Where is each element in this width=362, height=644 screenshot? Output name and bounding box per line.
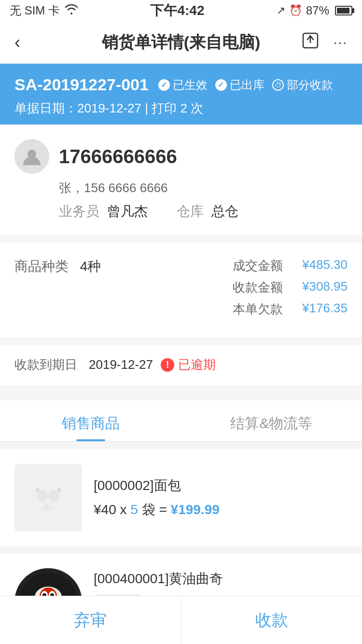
collect-button[interactable]: 收款	[181, 596, 362, 644]
header-top: SA-20191227-001 ✓ 已生效 ✓ 已出库 ⏱ 部分收款	[14, 75, 348, 94]
back-button[interactable]: ‹	[14, 32, 43, 53]
customer-contact: 张，156 6666 6666	[14, 180, 348, 196]
bottom-bar: 弃审 收款	[0, 596, 362, 644]
customer-meta: 业务员 曾凡杰 仓库 总仓	[14, 202, 348, 221]
tab-settlement-label: 结算&物流等	[230, 415, 312, 431]
sales-person: 曾凡杰	[107, 204, 148, 219]
due-section: 收款到期日 2019-12-27 ! 已逾期	[0, 345, 362, 385]
sales-info: 业务员 曾凡杰	[59, 202, 148, 221]
customer-name: 17666666666	[59, 146, 177, 168]
stats-right: 成交金额 ¥485.30 收款金额 ¥308.95 本单欠款 ¥176.35	[233, 257, 348, 322]
status-bar: 无 SIM 卡 下午4:42 ↗ ⏰ 87%	[0, 0, 362, 21]
trade-value: ¥485.30	[302, 257, 348, 274]
avatar	[14, 139, 49, 174]
battery-text: 87%	[306, 4, 329, 17]
svg-text:品+: 品+	[43, 503, 54, 511]
overdue-icon: !	[161, 358, 174, 372]
share-icon[interactable]	[302, 32, 319, 53]
overdue-text: 已逾期	[178, 356, 216, 373]
status-badge-active: ✓ 已生效	[158, 77, 208, 93]
received-amount-row: 收款金额 ¥308.95	[233, 279, 348, 296]
page-title: 销货单详情(来自电脑)	[102, 31, 261, 54]
owe-label: 本单欠款	[233, 301, 283, 318]
product-info-1: [0000002]面包 ¥40 x 5 袋 = ¥199.99	[94, 476, 348, 519]
due-date-value: 2019-12-27	[89, 357, 153, 372]
product-price-1: ¥40 x 5 袋 = ¥199.99	[94, 501, 348, 519]
customer-top: 17666666666	[14, 139, 348, 174]
product-code-1: [0000002]面包	[94, 476, 348, 495]
collect-label: 收款	[255, 609, 288, 631]
price-total-1: ¥199.99	[171, 502, 220, 517]
check-icon-2: ✓	[215, 79, 227, 91]
more-icon[interactable]: ···	[334, 35, 348, 50]
header-date: 单据日期：2019-12-27 | 打印 2 次	[14, 100, 348, 117]
stats-row: 商品种类 4种 成交金额 ¥485.30 收款金额 ¥308.95 本单欠款 ¥…	[14, 257, 348, 322]
abandon-label: 弃审	[74, 609, 107, 631]
customer-section: 17666666666 张，156 6666 6666 业务员 曾凡杰 仓库 总…	[0, 125, 362, 235]
battery-icon	[335, 6, 352, 15]
clock-icon: ⏱	[272, 79, 284, 91]
svg-point-4	[36, 488, 40, 492]
tabs-section: 销售商品 结算&物流等	[0, 400, 362, 442]
status-time: 下午4:42	[150, 1, 204, 20]
stats-left: 商品种类 4种	[14, 257, 101, 276]
svg-point-5	[57, 488, 61, 492]
due-label: 收款到期日	[14, 356, 77, 373]
tabs-row: 销售商品 结算&物流等	[0, 400, 362, 441]
sales-label: 业务员	[59, 204, 99, 219]
abandon-button[interactable]: 弃审	[0, 596, 181, 644]
overdue-badge: ! 已逾期	[161, 356, 216, 373]
order-id: SA-20191227-001	[14, 75, 149, 94]
check-icon-1: ✓	[158, 79, 170, 91]
svg-point-2	[37, 490, 48, 501]
owe-amount-row: 本单欠款 ¥176.35	[233, 301, 348, 318]
price-unit-1: 袋	[142, 502, 155, 517]
price-eq-1: =	[159, 502, 170, 517]
owe-value: ¥176.35	[302, 301, 348, 318]
stats-section: 商品种类 4种 成交金额 ¥485.30 收款金额 ¥308.95 本单欠款 ¥…	[0, 243, 362, 337]
trade-label: 成交金额	[233, 257, 283, 274]
separator	[0, 392, 362, 400]
table-row: 品+ [0000002]面包 ¥40 x 5 袋 = ¥199.99	[0, 449, 362, 546]
category-count: 4种	[80, 259, 101, 274]
status-badges: ✓ 已生效 ✓ 已出库 ⏱ 部分收款	[158, 77, 333, 93]
product-code-2: [000400001]黄油曲奇	[94, 570, 348, 588]
carrier-text: 无 SIM 卡	[10, 3, 60, 18]
nav-bar: ‹ 销货单详情(来自电脑) ···	[0, 21, 362, 64]
status-badge-partial: ⏱ 部分收款	[272, 77, 333, 93]
received-label: 收款金额	[233, 279, 283, 296]
price-quantity-1: 5	[130, 502, 138, 517]
nav-actions: ···	[302, 32, 348, 53]
trade-amount-row: 成交金额 ¥485.30	[233, 257, 348, 274]
status-badge-shipped: ✓ 已出库	[215, 77, 265, 93]
warehouse-label: 仓库	[177, 204, 204, 219]
alarm-icon: ⏰	[289, 4, 302, 17]
price-x-1: x	[120, 502, 131, 517]
location-icon: ↗	[277, 4, 285, 17]
tab-settlement[interactable]: 结算&物流等	[181, 400, 362, 441]
header-banner: SA-20191227-001 ✓ 已生效 ✓ 已出库 ⏱ 部分收款 单据日期：…	[0, 64, 362, 125]
tab-sales-products[interactable]: 销售商品	[0, 400, 181, 441]
status-right: ↗ ⏰ 87%	[277, 4, 352, 17]
product-image-1: 品+	[14, 464, 82, 532]
svg-point-3	[49, 490, 59, 501]
warehouse-info: 仓库 总仓	[177, 202, 238, 221]
category-label: 商品种类	[14, 259, 69, 274]
price-base-1: ¥40	[94, 502, 116, 517]
received-value: ¥308.95	[302, 279, 348, 296]
wifi-icon	[65, 4, 78, 17]
warehouse-value: 总仓	[211, 204, 238, 219]
status-left: 无 SIM 卡	[10, 3, 78, 18]
tab-sales-label: 销售商品	[62, 415, 120, 431]
